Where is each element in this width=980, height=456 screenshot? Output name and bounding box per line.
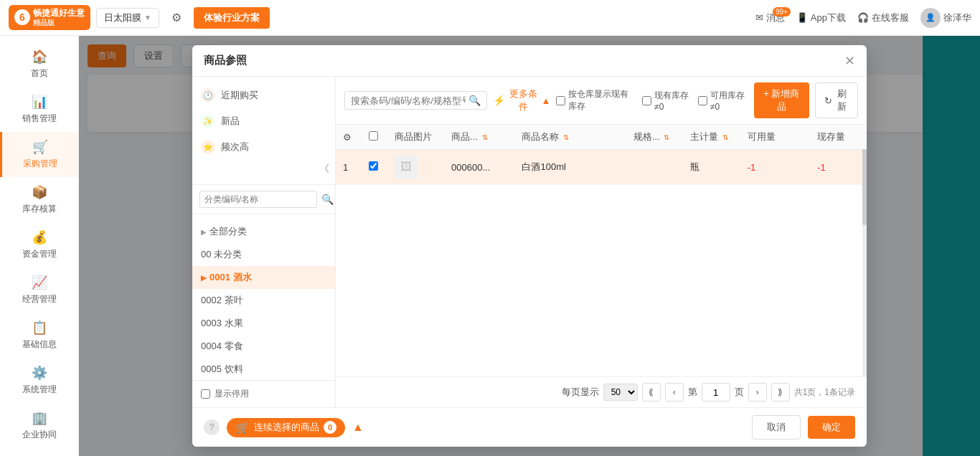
sidebar-item-operations[interactable]: 📈 经营管理 — [0, 267, 78, 313]
user-profile-btn[interactable]: 👤 徐泽华 — [920, 8, 971, 28]
app-download-btn[interactable]: 📱 App下载 — [796, 11, 846, 24]
product-search-btn[interactable]: 🔍 — [468, 95, 481, 106]
sidebar-item-finance[interactable]: 💰 资金管理 — [0, 222, 78, 267]
category-snacks[interactable]: 0004 零食 — [192, 335, 335, 358]
sidebar-item-guide[interactable]: 🔖 新手引导 — [0, 448, 78, 456]
category-unclassified[interactable]: 00 未分类 — [192, 243, 335, 266]
settings-icon-btn[interactable]: ⚙ — [165, 6, 188, 29]
col-checkbox[interactable] — [362, 125, 387, 150]
sidebar-label-inventory: 库存核算 — [22, 203, 57, 215]
per-page-select[interactable]: 50 — [603, 384, 638, 401]
cell-checkbox[interactable] — [362, 150, 387, 185]
sidebar-label-finance: 资金管理 — [22, 248, 57, 260]
product-table-wrap: ⚙ 商品图片 商品... ⇅ 商品名称 — [336, 125, 867, 376]
category-liquor[interactable]: ▶ 0001 酒水 — [192, 266, 335, 289]
sidebar-item-home[interactable]: 🏠 首页 — [0, 42, 78, 87]
col-settings[interactable]: ⚙ — [336, 125, 362, 150]
purchase-icon: 🛒 — [32, 139, 48, 155]
category-beverages[interactable]: 0005 饮料 — [192, 358, 335, 380]
online-service-btn[interactable]: 🎧 在线客服 — [857, 11, 909, 24]
add-product-button[interactable]: + 新增商品 — [754, 82, 809, 118]
store-selector[interactable]: 日太阳膜 ▼ — [96, 8, 159, 28]
product-lookup-modal: 商品参照 ✕ 🕐 近期购买 ✨ 新 — [192, 45, 867, 447]
trial-cta-button[interactable]: 体验行业方案 — [194, 7, 270, 29]
col-name[interactable]: 商品名称 ⇅ — [514, 125, 626, 150]
sidebar-item-basics[interactable]: 📋 基础信息 — [0, 313, 78, 358]
category-tea[interactable]: 0002 茶叶 — [192, 289, 335, 312]
sort-icon-name: ⇅ — [563, 133, 569, 141]
table-row[interactable]: 1 🖼 000600... 白酒100ml 瓶 — [336, 150, 867, 185]
left-panel: 🕐 近期购买 ✨ 新品 ⭐ 频次高 — [192, 77, 336, 407]
footer-collapse-btn[interactable]: ▲ — [352, 421, 364, 434]
sidebar: 🏠 首页 📊 销售管理 🛒 采购管理 📦 库存核算 💰 资金管理 📈 经营管理 … — [0, 36, 79, 456]
col-unit[interactable]: 主计量 ⇅ — [683, 125, 740, 150]
system-icon: ⚙️ — [32, 365, 47, 381]
finance-icon: 💰 — [32, 229, 47, 245]
avatar: 👤 — [920, 8, 941, 28]
operations-icon: 📈 — [32, 275, 47, 290]
last-page-btn[interactable]: ⟫ — [771, 383, 790, 402]
toolbar-right: + 新增商品 ↻ 刷新 — [754, 82, 858, 118]
sidebar-label-home: 首页 — [31, 67, 48, 80]
warehouse-display-checkbox[interactable]: 按仓库显示现有库存 — [556, 88, 636, 113]
sidebar-label-operations: 经营管理 — [22, 293, 57, 305]
modal-close-button[interactable]: ✕ — [844, 54, 855, 67]
prev-page-btn[interactable]: ‹ — [665, 383, 684, 402]
page-label: 第 — [688, 386, 697, 399]
sidebar-item-inventory[interactable]: 📦 库存核算 — [0, 177, 78, 222]
new-products-icon: ✨ — [201, 114, 215, 128]
mobile-icon: 📱 — [796, 12, 808, 23]
refresh-table-button[interactable]: ↻ 刷新 — [815, 82, 858, 118]
category-all[interactable]: ▶ 全部分类 — [192, 220, 335, 243]
available-nonzero-checkbox[interactable]: 可用库存≠0 — [698, 90, 748, 112]
app-logo[interactable]: 6 畅捷通好生意 精品版 — [9, 5, 90, 29]
filter-btn[interactable]: ⚡ 更多条件 ▲ — [493, 87, 550, 113]
sidebar-item-enterprise[interactable]: 🏢 企业协同 — [0, 403, 78, 448]
modal-title: 商品参照 — [204, 54, 247, 67]
table-scrollbar-track — [862, 125, 867, 376]
right-toolbar: 🔍 ⚡ 更多条件 ▲ 按仓库显示现有库存 — [336, 77, 867, 125]
main-layout: 🏠 首页 📊 销售管理 🛒 采购管理 📦 库存核算 💰 资金管理 📈 经营管理 … — [0, 36, 980, 456]
tab-frequent[interactable]: ⭐ 频次高 — [192, 134, 335, 160]
sort-icon-code: ⇅ — [482, 133, 488, 141]
filter-arrow-icon: ▲ — [541, 95, 550, 106]
arrow-active-icon: ▶ — [201, 274, 207, 282]
inventory-icon: 📦 — [32, 184, 47, 200]
category-fruit[interactable]: 0003 水果 — [192, 312, 335, 335]
home-icon: 🏠 — [32, 49, 47, 65]
sort-icon-unit: ⇅ — [722, 133, 728, 141]
product-search-input[interactable] — [351, 95, 466, 106]
left-panel-collapse-btn[interactable]: 《 — [319, 163, 329, 176]
sidebar-item-system[interactable]: ⚙️ 系统管理 — [0, 358, 78, 403]
logo-icon: 6 — [14, 9, 30, 25]
sidebar-item-sales[interactable]: 📊 销售管理 — [0, 87, 78, 132]
display-disabled-row: 显示停用 — [192, 380, 335, 407]
category-search-btn[interactable]: 🔍 — [321, 194, 334, 205]
page-number-input[interactable] — [702, 383, 730, 402]
messages-btn[interactable]: ✉ 消息 99+ — [755, 11, 785, 24]
product-table: ⚙ 商品图片 商品... ⇅ 商品名称 — [336, 125, 867, 185]
cancel-button[interactable]: 取消 — [752, 415, 801, 440]
col-spec[interactable]: 规格... ⇅ — [626, 125, 683, 150]
cell-name: 白酒100ml — [514, 150, 626, 185]
recent-purchase-icon: 🕐 — [201, 88, 215, 103]
tab-recent-purchase[interactable]: 🕐 近期购买 — [192, 82, 335, 108]
col-code[interactable]: 商品... ⇅ — [444, 125, 514, 150]
enterprise-icon: 🏢 — [32, 410, 47, 426]
category-search-input[interactable] — [199, 191, 317, 208]
stock-nonzero-checkbox[interactable]: 现有库存≠0 — [642, 90, 692, 112]
modal-header: 商品参照 ✕ — [192, 45, 867, 77]
confirm-button[interactable]: 确定 — [808, 416, 855, 439]
sort-icon-spec: ⇅ — [664, 133, 669, 141]
show-disabled-checkbox[interactable] — [201, 389, 210, 399]
product-search-wrap: 🔍 — [344, 91, 487, 110]
main-content: 查询 设置 刷新 商品参照 ✕ � — [79, 36, 980, 456]
next-page-btn[interactable]: › — [748, 383, 767, 402]
sidebar-item-purchase[interactable]: 🛒 采购管理 — [0, 132, 78, 177]
first-page-btn[interactable]: ⟪ — [642, 383, 661, 402]
cell-image: 🖼 — [387, 150, 445, 185]
cart-continuous-select[interactable]: 🛒 连续选择的商品 0 — [227, 418, 345, 437]
tab-new-products[interactable]: ✨ 新品 — [192, 108, 335, 134]
help-icon-btn[interactable]: ? — [204, 419, 220, 435]
cart-icon: 🛒 — [235, 421, 250, 434]
